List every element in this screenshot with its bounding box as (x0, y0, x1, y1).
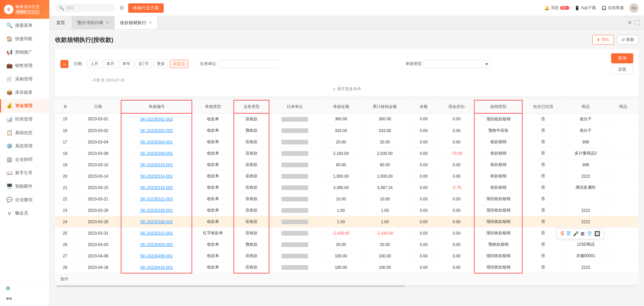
th-discount[interactable]: 现金折扣 (439, 100, 475, 113)
cell-cumamount: 2,030.00 (361, 148, 409, 159)
online-service-btn[interactable]: 🎧 在线客服 (601, 5, 624, 11)
tab-prepay-close[interactable]: ✕ (106, 20, 109, 25)
th-balance[interactable]: 余额 (409, 100, 439, 113)
filter-date-more[interactable]: 更多 (154, 60, 168, 68)
doc-link[interactable]: SK-20230301-002 (140, 117, 173, 122)
sidebar-item-system[interactable]: ⚙️ 系统管理 (0, 139, 49, 153)
th-date[interactable]: 日期 (75, 100, 121, 113)
cell-discount: -70.00 (439, 148, 475, 159)
doc-link[interactable]: SK-20230321-003 (140, 197, 173, 201)
messages-btn[interactable]: 🔔 消息 99+ (544, 5, 569, 11)
solution-button[interactable]: 体验行业方案 (128, 3, 164, 13)
filter-doctype-select[interactable]: ▾ (424, 60, 491, 68)
th-partner[interactable]: 往来单位 (269, 100, 321, 113)
th-docno[interactable]: 单据编号 (121, 100, 192, 113)
doc-link[interactable]: SK-20230328-001 (140, 208, 173, 213)
filter-doctype-field: 单据类型 ▾ (406, 60, 606, 68)
cell-discount: 0.00 (439, 171, 475, 182)
th-settings[interactable]: ⚙ (55, 100, 75, 113)
logo-badge: 标推版 (15, 10, 40, 14)
sidebar-item-member[interactable]: V 畅会员 (0, 206, 49, 220)
sidebar-item-hardware[interactable]: 🖥️ 智能硬件 (0, 180, 49, 193)
tab-fullscreen-icon[interactable]: ⛶ (635, 20, 640, 26)
horizontal-scrollbar[interactable] (55, 285, 639, 288)
tab-verify[interactable]: 收款核销执行 ✕ (115, 16, 158, 29)
sidebar-item-search[interactable]: 🔍 搜索菜单 (0, 19, 49, 32)
th-voidtype[interactable]: 核销类型 (474, 100, 522, 113)
user-avatar[interactable]: Rit (629, 3, 639, 13)
topbar-gear-icon[interactable]: ⚙ (119, 5, 124, 11)
doc-link[interactable]: SK-20230302-002 (140, 128, 173, 133)
th-cumamount[interactable]: 累计核销金额 (361, 100, 409, 113)
filter-date-thisyear[interactable]: 本年 (119, 60, 133, 68)
filter-date-custom[interactable]: 自定义 (170, 60, 188, 68)
sidebar-collapse-btn[interactable]: ◀◀ (0, 293, 49, 303)
scrollbar-thumb[interactable] (56, 286, 405, 287)
export-button[interactable]: ⬆ 导出 (592, 35, 614, 45)
query-button[interactable]: 查询 (611, 53, 633, 63)
sidebar-item-guide[interactable]: 📖 新手引导 (0, 166, 49, 180)
sidebar-label-purchase: 采购管理 (15, 76, 33, 82)
sidebar-item-inventory[interactable]: 📦 库存核算 (0, 86, 49, 99)
tab-close-all-icon[interactable]: ✕ (628, 19, 632, 26)
cell-docno: SK-20230310-001 (121, 159, 192, 171)
settings-button[interactable]: 设置 (611, 65, 633, 74)
cell-num: 19 (55, 159, 75, 171)
sidebar-bottom-gear[interactable]: ⚙️ (0, 283, 49, 293)
cell-voidtype: 现结收款核销 (474, 205, 522, 216)
tab-home[interactable]: 首页 (50, 16, 72, 29)
cell-date: 2023-03-01 (75, 113, 121, 125)
cell-voidtype: 现结收款核销 (474, 250, 522, 262)
th-goods[interactable]: 商品 (564, 100, 608, 113)
filter-date-thismonth[interactable]: 本月 (103, 60, 117, 68)
filter-date-lastmonth[interactable]: 上月 (87, 60, 101, 68)
doc-link[interactable]: SK-20230408-001 (140, 254, 173, 258)
sidebar-item-corp[interactable]: 🏢 企业协同 (0, 153, 49, 166)
cell-goods: 999 (564, 136, 608, 148)
app-download-btn[interactable]: 📱 App下载 (575, 5, 596, 11)
sidebar-item-sales[interactable]: 💼 销售管理 (0, 59, 49, 72)
doc-link[interactable]: SK-20230315-002 (140, 185, 173, 190)
doc-link[interactable]: SK-20230314-001 (140, 174, 173, 179)
doc-link[interactable]: SK-20230418-001 (140, 265, 173, 270)
sidebar-label-corp: 企业协同 (15, 157, 33, 163)
sidebar-item-marketing[interactable]: 📢 营销推广 (0, 46, 49, 59)
tab-verify-close[interactable]: ✕ (149, 20, 152, 25)
home-icon: 🏠 (6, 36, 12, 42)
topbar-right: 🔔 消息 99+ 📱 App下载 🎧 在线客服 Rit (544, 3, 639, 13)
cell-biztype: 应收款 (234, 171, 269, 182)
expand-more-btn[interactable]: ∨ 展开更多条件 (60, 86, 633, 92)
cell-goods: 999 (564, 159, 608, 171)
filter-date-7days[interactable]: 近7天 (136, 60, 152, 68)
doc-link[interactable]: SK-20230331-002 (140, 231, 173, 236)
cell-balance: 0.00 (409, 125, 439, 136)
sidebar-item-wechat[interactable]: 💬 企业微信 (0, 193, 49, 206)
topbar-search-box[interactable]: 🔍 搜索 (55, 4, 115, 12)
search-menu-icon: 🔍 (6, 22, 12, 28)
doc-link[interactable]: SK-20230328-002 (140, 220, 173, 224)
cell-doctype: 收款单 (192, 239, 233, 250)
sidebar-item-quicknav[interactable]: 🏠 快捷导航 (0, 32, 49, 46)
doc-link[interactable]: SK-20230308-001 (140, 151, 173, 156)
th-incl[interactable]: 包含已结清 (522, 100, 564, 113)
filter-partner-input[interactable] (218, 60, 278, 68)
chevron-down-icon: ▾ (486, 62, 488, 66)
sidebar-item-operations[interactable]: 📊 经营管理 (0, 113, 49, 126)
sidebar-item-basics[interactable]: 📋 基础信息 (0, 126, 49, 139)
th-biztype[interactable]: 业务类型 (234, 100, 269, 113)
th-doctype[interactable]: 单据类型 (192, 100, 233, 113)
partner-blurred (281, 174, 308, 179)
cell-balance: 0.00 (409, 262, 439, 273)
doc-link[interactable]: SK-20230310-001 (140, 163, 173, 167)
sidebar-item-purchase[interactable]: 🛒 采购管理 (0, 72, 49, 86)
tab-prepay[interactable]: 预付冲应付单 ✕ (72, 16, 115, 29)
th-amount[interactable]: 单据金额 (321, 100, 361, 113)
refresh-button[interactable]: ↺ 刷新 (617, 35, 639, 45)
tabbar-actions: ✕ ⛶ (624, 16, 644, 29)
doc-link[interactable]: SK-20230403-002 (140, 242, 173, 247)
sidebar-item-finance[interactable]: 💰 资金管理 (0, 99, 49, 113)
filter-expand-button[interactable]: » (60, 60, 68, 68)
doc-link[interactable]: SK-20230304-001 (140, 140, 173, 144)
cell-goods: 123D商品 (564, 239, 608, 250)
th-goods2[interactable]: 商品 (608, 100, 639, 113)
